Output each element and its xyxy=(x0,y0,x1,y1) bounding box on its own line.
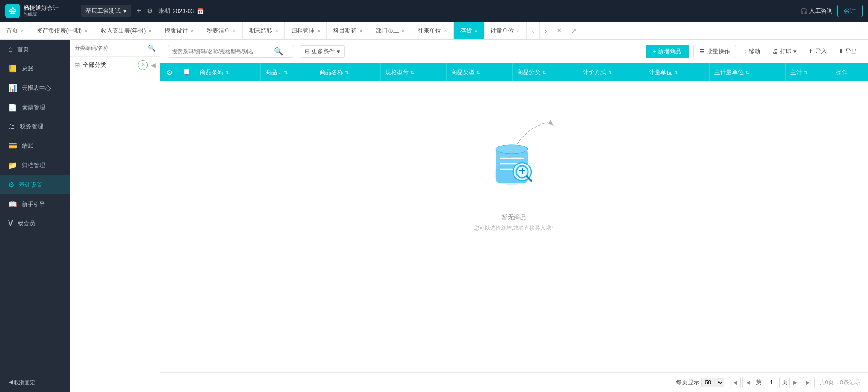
tab-subject-init-close[interactable]: × xyxy=(359,28,362,33)
collapse-panel-btn[interactable]: ◀ xyxy=(151,61,156,69)
prev-page-btn[interactable]: ◀ xyxy=(742,377,754,388)
th-main-unit[interactable]: 主计量单位 ⇅ xyxy=(710,63,786,81)
column-settings-icon[interactable]: ⚙ xyxy=(166,69,173,76)
product-table: ⚙ 商品条码 ⇅ xyxy=(160,63,868,268)
move-btn[interactable]: ↕ 移动 xyxy=(741,45,764,58)
tab-balance-sheet-label: 资产负债表(中期) xyxy=(37,27,82,35)
search-bar-icon[interactable]: 🔍 xyxy=(274,47,283,56)
tab-period-end[interactable]: 期末结转 × xyxy=(243,22,285,40)
calendar-icon[interactable]: 📅 xyxy=(197,8,204,14)
tab-counterpart[interactable]: 往来单位 × xyxy=(411,22,453,40)
th-type[interactable]: 商品类型 ⇅ xyxy=(446,63,512,81)
tab-tax-list-label: 税表清单 xyxy=(207,27,230,35)
add-product-btn[interactable]: + 新增商品 xyxy=(646,45,689,58)
sidebar: ⌂ 首页 📒 总账 📊 云报表中心 📄 发票管理 🗂 税务管理 💳 结账 📁 归… xyxy=(0,40,70,392)
per-page-dropdown[interactable]: 50 10 20 100 xyxy=(701,378,724,387)
sidebar-item-guide[interactable]: 📖 新手引导 xyxy=(0,194,70,214)
unpin-btn[interactable]: ◀取消固定 xyxy=(0,373,70,392)
all-category-label[interactable]: 全部分类 xyxy=(83,61,135,69)
settings-icon[interactable]: ⚙ xyxy=(147,7,153,15)
tab-income-statement[interactable]: 收入支出表(年报) × xyxy=(94,22,158,40)
sidebar-item-archive[interactable]: 📁 归档管理 xyxy=(0,156,70,175)
tab-expand-btn[interactable]: ⤢ xyxy=(566,22,581,40)
workspace-selector[interactable]: 基层工会测试 ▾ xyxy=(81,5,131,17)
tab-dept-employee[interactable]: 部门员工 × xyxy=(369,22,411,40)
tab-subject-init[interactable]: 科目期初 × xyxy=(327,22,369,40)
tab-unit-close[interactable]: × xyxy=(517,28,519,33)
tab-dept-employee-close[interactable]: × xyxy=(402,28,405,33)
print-btn[interactable]: 🖨 打印 ▾ xyxy=(769,45,800,58)
sidebar-item-ledger[interactable]: 📒 总账 xyxy=(0,59,70,78)
left-panel-header: ⊞ 全部分类 ✎ ◀ xyxy=(70,57,160,74)
import-btn[interactable]: ⬆ 导入 xyxy=(805,45,830,58)
tab-tax-list[interactable]: 税表清单 × xyxy=(200,22,242,40)
product-search-input[interactable] xyxy=(172,48,271,55)
sidebar-item-settings[interactable]: ⚙ 基础设置 xyxy=(0,175,70,194)
category-search-icon[interactable]: 🔍 xyxy=(148,44,156,52)
sidebar-item-member[interactable]: V 畅会员 xyxy=(0,214,70,233)
move-icon: ↕ xyxy=(744,48,747,55)
tab-tax-list-close[interactable]: × xyxy=(233,28,236,33)
category-search-input[interactable] xyxy=(75,45,145,51)
export-btn[interactable]: ⬇ 导出 xyxy=(835,45,861,58)
consultation-btn[interactable]: 🎧 人工咨询 xyxy=(800,7,833,15)
tab-next-btn[interactable]: › xyxy=(539,22,552,40)
tab-home-close[interactable]: × xyxy=(21,28,24,33)
arrow-dashed-svg xyxy=(505,118,559,163)
tab-prev-btn[interactable]: ‹ xyxy=(527,22,539,40)
settings-icon: ⚙ xyxy=(8,180,14,189)
header-right: 🎧 人工咨询 会计 xyxy=(800,5,863,17)
sidebar-item-report[interactable]: 📊 云报表中心 xyxy=(0,78,70,98)
tab-archive-close[interactable]: × xyxy=(317,28,320,33)
sort-arrows-main-unit: ⇅ xyxy=(745,70,749,75)
th-name[interactable]: 商品名称 ⇅ xyxy=(315,63,381,81)
grid-icon: ⊞ xyxy=(75,61,80,69)
th-price-method[interactable]: 计价方式 ⇅ xyxy=(578,63,644,81)
sidebar-item-invoice[interactable]: 📄 发票管理 xyxy=(0,98,70,117)
last-page-btn[interactable]: ▶| xyxy=(803,377,815,388)
sidebar-item-checkout[interactable]: 💳 结账 xyxy=(0,136,70,156)
tab-archive[interactable]: 归档管理 × xyxy=(285,22,327,40)
edit-category-btn[interactable]: ✎ xyxy=(138,60,148,70)
tab-balance-sheet[interactable]: 资产负债表(中期) × xyxy=(30,22,94,40)
tab-template-design[interactable]: 模版设计 × xyxy=(158,22,200,40)
tab-bar: 首页 × 资产负债表(中期) × 收入支出表(年报) × 模版设计 × 税表清单… xyxy=(0,22,868,40)
sidebar-item-tax[interactable]: 🗂 税务管理 xyxy=(0,117,70,136)
tab-income-statement-close[interactable]: × xyxy=(148,28,151,33)
th-main-count[interactable]: 主计 ⇅ xyxy=(786,63,831,81)
archive-icon: 📁 xyxy=(8,161,17,170)
tab-home[interactable]: 首页 × xyxy=(0,22,30,40)
tab-inventory[interactable]: 存货 × xyxy=(454,22,484,40)
more-conditions-btn[interactable]: ⊟ 更多条件 ▾ xyxy=(300,45,345,58)
sidebar-item-home[interactable]: ⌂ 首页 xyxy=(0,40,70,59)
th-code[interactable]: 商品... ⇅ xyxy=(261,63,315,81)
sidebar-item-tax-label: 税务管理 xyxy=(20,123,43,131)
print-chevron-icon: ▾ xyxy=(793,48,797,55)
th-main-count-label: 主计 xyxy=(790,68,802,76)
tab-period-end-close[interactable]: × xyxy=(275,28,278,33)
sidebar-item-home-label: 首页 xyxy=(17,45,29,53)
sidebar-item-member-label: 畅会员 xyxy=(18,219,35,227)
sidebar-item-archive-label: 归档管理 xyxy=(22,161,45,170)
th-category-label: 商品分类 xyxy=(517,68,541,76)
add-workspace-btn[interactable]: + xyxy=(137,6,142,16)
th-gear[interactable]: ⚙ xyxy=(160,63,179,81)
next-page-btn[interactable]: ▶ xyxy=(789,377,801,388)
sidebar-item-report-label: 云报表中心 xyxy=(22,84,51,92)
tab-counterpart-close[interactable]: × xyxy=(444,28,447,33)
th-barcode[interactable]: 商品条码 ⇅ xyxy=(195,63,261,81)
page-input[interactable] xyxy=(764,377,780,388)
tab-balance-sheet-close[interactable]: × xyxy=(85,28,87,33)
tab-inventory-close[interactable]: × xyxy=(475,28,477,33)
tab-template-design-close[interactable]: × xyxy=(191,28,193,33)
scroll-wrapper: ⚙ 商品条码 ⇅ xyxy=(160,63,868,392)
th-unit[interactable]: 计量单位 ⇅ xyxy=(644,63,710,81)
account-btn[interactable]: 会计 xyxy=(837,5,863,17)
first-page-btn[interactable]: |◀ xyxy=(729,377,741,388)
th-spec[interactable]: 规格型号 ⇅ xyxy=(381,63,447,81)
tab-close-all-btn[interactable]: × xyxy=(552,22,566,40)
batch-operate-btn[interactable]: ☰ 批量操作 xyxy=(693,45,736,58)
select-all-checkbox[interactable] xyxy=(184,69,189,75)
tab-unit[interactable]: 计量单位 × xyxy=(484,22,526,40)
th-category[interactable]: 商品分类 ⇅ xyxy=(512,63,578,81)
